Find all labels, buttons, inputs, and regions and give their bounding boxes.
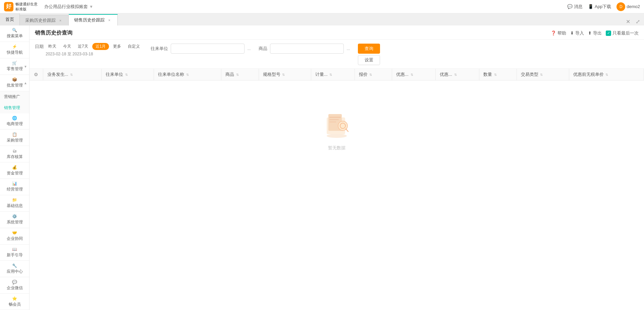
sidebar-label-app-center: 应用中心	[7, 269, 23, 274]
sidebar-label-marketing: 营销推广	[4, 94, 20, 100]
app-title-area[interactable]: 办公用品行业模拟账套 ▼	[44, 4, 93, 10]
tab-home[interactable]: 首页	[0, 13, 20, 25]
sidebar-item-basic-info[interactable]: 📁 基础信息	[0, 195, 29, 212]
sidebar-item-retail-mgmt[interactable]: 🛒 零售管理 ▼	[0, 58, 29, 75]
sort-icon-goods: ⇅	[236, 73, 239, 76]
col-biz-date[interactable]: 业务发生... ⇅	[43, 69, 102, 81]
sidebar-item-app-center[interactable]: 🔧 应用中心	[0, 261, 29, 277]
help-btn[interactable]: ❓ 帮助	[551, 30, 566, 36]
only-last-checkbox[interactable]: ✓ 只看最后一次	[606, 30, 639, 36]
sidebar-label-sales: 销售管理	[4, 105, 20, 111]
maximize-btn[interactable]: ⤢	[634, 18, 641, 25]
sidebar-item-guide[interactable]: 📖 新手引导	[0, 245, 29, 261]
finance-icon: 💰	[12, 165, 17, 170]
sidebar-item-marketing[interactable]: 营销推广	[0, 91, 29, 102]
col-discount2[interactable]: 优惠... ⇅	[436, 69, 479, 81]
guide-icon: 📖	[12, 247, 17, 252]
sidebar-label-inventory: 库存核算	[7, 154, 23, 160]
nav-icon: ⚡	[12, 44, 17, 49]
col-pre-tax-price[interactable]: 优惠前无税单价 ⇅	[569, 69, 644, 81]
goods-label: 商品	[259, 46, 267, 52]
export-btn[interactable]: ⬆ 导出	[588, 30, 602, 36]
sidebar-label-wholesale: 批发管理	[7, 83, 23, 88]
date-options: 昨天 今天 近7天 近1月 更多 自定义	[46, 43, 143, 50]
enterprise-icon: 🤝	[12, 230, 17, 235]
col-unit[interactable]: 计量... ⇅	[311, 69, 355, 81]
table-header-row: ⚙ 业务发生... ⇅ 往来单位 ⇅ 往来单位名称	[30, 69, 644, 81]
counterparty-input[interactable]	[171, 44, 245, 54]
date-opt-7days[interactable]: 近7天	[75, 43, 91, 50]
sidebar-item-wholesale-mgmt[interactable]: 📦 批发管理 ▲	[0, 75, 29, 91]
user-btn[interactable]: D demo2	[616, 2, 640, 11]
tab-purchase-history[interactable]: 采购历史价跟踪 ×	[20, 15, 69, 25]
wechat-icon: 💬	[12, 280, 17, 285]
sidebar-label-vip: 畅会员	[9, 302, 21, 307]
sidebar-label-quick-nav: 快捷导航	[7, 50, 23, 55]
avatar: D	[616, 2, 625, 11]
sidebar-item-enterprise[interactable]: 🤝 企业协同	[0, 228, 29, 245]
goods-input[interactable]	[270, 44, 344, 54]
sidebar-item-ops[interactable]: 📊 经营管理	[0, 179, 29, 195]
col-goods[interactable]: 商品 ⇅	[221, 69, 259, 81]
col-quote[interactable]: 报价 ⇅	[355, 69, 392, 81]
close-window-btn[interactable]: ✕	[625, 18, 632, 25]
chevron-up-icon: ▲	[24, 81, 27, 85]
header-left: 好 畅捷通好生意 标准版 办公用品行业模拟账套 ▼	[4, 2, 93, 11]
sidebar-item-quick-nav[interactable]: ⚡ 快捷导航	[0, 42, 29, 58]
sidebar-item-search-menu[interactable]: 🔍 搜索菜单	[0, 25, 29, 42]
app-download-btn[interactable]: 📱 App下载	[588, 4, 611, 10]
sidebar-item-ecommerce[interactable]: 🌐 电商管理	[0, 113, 29, 130]
goods-dots[interactable]: ...	[346, 46, 350, 51]
tab-sales-history[interactable]: 销售历史价跟踪 ×	[69, 14, 118, 25]
tab-sales-close[interactable]: ×	[107, 17, 112, 23]
col-spec[interactable]: 规格型号 ⇅	[259, 69, 311, 81]
date-opt-more[interactable]: 更多	[110, 43, 124, 50]
page-title: 销售历史价查询	[35, 30, 72, 37]
query-button[interactable]: 查询	[358, 44, 380, 54]
retail-icon: 🛒	[12, 61, 17, 65]
message-icon: 💬	[567, 4, 573, 9]
counterparty-dots[interactable]: ...	[247, 46, 251, 51]
date-opt-yesterday[interactable]: 昨天	[46, 43, 59, 50]
sidebar-item-purchase[interactable]: 📋 采购管理	[0, 130, 29, 146]
sidebar-item-sales-mgmt[interactable]: 销售管理	[0, 102, 29, 113]
page-actions: ❓ 帮助 ⬇ 导入 ⬆ 导出 ✓ 只看最后一次	[551, 30, 639, 36]
sidebar-label-basic: 基础信息	[7, 203, 23, 209]
settings-icon[interactable]: ⚙	[34, 72, 38, 77]
col-trade-type[interactable]: 交易类型 ⇅	[517, 69, 569, 81]
help-icon: ❓	[551, 31, 556, 36]
date-opt-today[interactable]: 今天	[60, 43, 74, 50]
message-btn[interactable]: 💬 消息	[567, 4, 583, 10]
sidebar: 🔍 搜索菜单 ⚡ 快捷导航 🛒 零售管理 ▼ 📦 批发管理 ▲ 营销推广 销售管…	[0, 25, 30, 310]
col-discount1[interactable]: 优惠... ⇅	[392, 69, 436, 81]
date-opt-custom[interactable]: 自定义	[125, 43, 143, 50]
col-counterparty-name[interactable]: 往来单位名称 ⇅	[154, 69, 221, 81]
sidebar-item-inventory[interactable]: 🗂 库存核算	[0, 146, 29, 162]
sort-icon-unit: ⇅	[329, 73, 332, 76]
dropdown-icon[interactable]: ▼	[89, 4, 93, 9]
sidebar-label-guide: 新手引导	[7, 252, 23, 258]
col-counterparty[interactable]: 往来单位 ⇅	[102, 69, 154, 81]
search-icon: 🔍	[12, 28, 17, 33]
checkbox-icon: ✓	[606, 31, 611, 36]
col-quantity[interactable]: 数量 ⇅	[479, 69, 517, 81]
tab-bar: 首页 采购历史价跟踪 × 销售历史价跟踪 × ✕ ⤢	[0, 13, 644, 25]
sidebar-label-ecommerce: 电商管理	[7, 121, 23, 127]
date-opt-1month[interactable]: 近1月	[92, 43, 109, 50]
sort-icon-spec: ⇅	[282, 73, 285, 76]
col-settings[interactable]: ⚙	[30, 69, 43, 81]
sidebar-item-vip[interactable]: ⭐ 畅会员	[0, 294, 29, 310]
date-label: 日期	[35, 44, 44, 50]
date-filter-group: 日期 昨天 今天 近7天 近1月 更多 自定义 2023-02-18	[35, 43, 143, 57]
sidebar-label-ops: 经营管理	[7, 187, 23, 192]
sidebar-item-finance[interactable]: 💰 资金管理	[0, 162, 29, 179]
logo-area[interactable]: 好 畅捷通好生意 标准版	[4, 2, 38, 11]
tab-purchase-close[interactable]: ×	[58, 18, 63, 23]
goods-filter-group: 商品 ...	[259, 44, 350, 54]
settings-button[interactable]: 设置	[358, 55, 380, 65]
import-btn[interactable]: ⬇ 导入	[570, 30, 584, 36]
content-area: 销售历史价查询 ❓ 帮助 ⬇ 导入 ⬆ 导出 ✓	[30, 25, 644, 310]
sidebar-item-wechat[interactable]: 💬 企业微信	[0, 277, 29, 294]
sidebar-label-retail: 零售管理	[7, 66, 23, 72]
sidebar-item-system[interactable]: ⚙️ 系统管理	[0, 212, 29, 228]
